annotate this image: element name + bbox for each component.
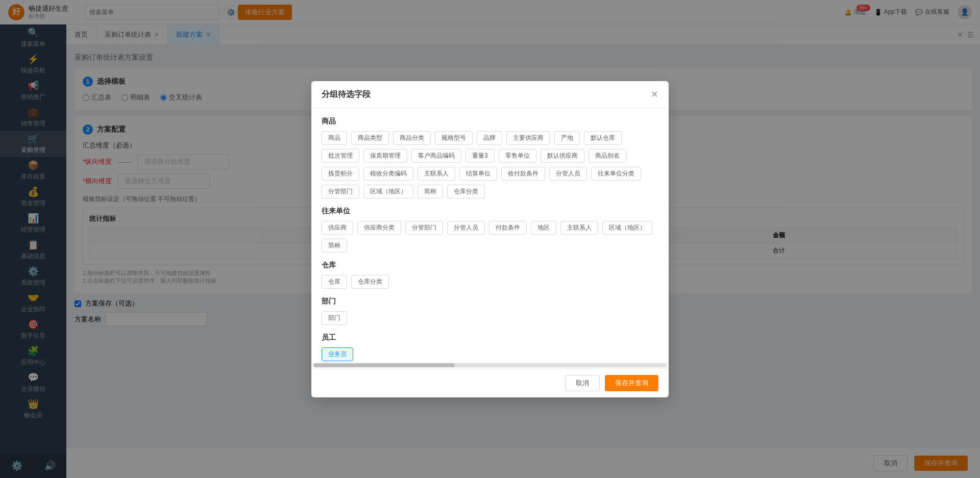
field-tag[interactable]: 收付款条件 <box>501 167 545 181</box>
field-tag[interactable]: 重量3 <box>465 149 495 163</box>
field-tag[interactable]: 商品分类 <box>393 131 431 145</box>
staff-fields: 业务员 <box>322 347 658 361</box>
modal-dialog: 分组待选字段 ✕ 商品 商品 商品类型 商品分类 规格型号 品牌 主要供应商 产… <box>311 81 669 397</box>
section-title-warehouse: 仓库 <box>322 261 658 270</box>
field-tag[interactable]: 税收分类编码 <box>363 167 413 181</box>
modal-close-button[interactable]: ✕ <box>651 90 658 99</box>
field-tag[interactable]: 分管部门 <box>322 185 359 198</box>
warehouse-fields: 仓库 仓库分类 <box>322 275 658 289</box>
field-tag[interactable]: 主联系人 <box>560 221 598 235</box>
field-tag[interactable]: 付款条件 <box>489 221 527 235</box>
field-tag[interactable]: 商品 <box>322 131 347 145</box>
product-fields: 商品 商品类型 商品分类 规格型号 品牌 主要供应商 产地 默认仓库 批次管理 … <box>322 131 658 198</box>
modal-title: 分组待选字段 <box>322 89 371 100</box>
field-tag[interactable]: 仓库 <box>322 275 347 289</box>
field-tag[interactable]: 区域（地区） <box>602 221 652 235</box>
field-tag[interactable]: 往来单位分类 <box>591 167 641 181</box>
field-tag[interactable]: 主要供应商 <box>506 131 550 145</box>
modal-body: 商品 商品 商品类型 商品分类 规格型号 品牌 主要供应商 产地 默认仓库 批次… <box>311 109 669 362</box>
modal-header: 分组待选字段 ✕ <box>311 81 669 109</box>
field-tag[interactable]: 商品别名 <box>589 149 626 163</box>
hscroll-thumb[interactable] <box>313 363 455 367</box>
field-tag[interactable]: 零售单位 <box>499 149 536 163</box>
modal-cancel-button[interactable]: 取消 <box>565 375 600 391</box>
modal-overlay: 分组待选字段 ✕ 商品 商品 商品类型 商品分类 规格型号 品牌 主要供应商 产… <box>0 0 980 478</box>
modal-hscroll-bar[interactable] <box>311 362 669 368</box>
field-tag[interactable]: 保质期管理 <box>363 149 407 163</box>
field-tag[interactable]: 区域（地区） <box>363 185 413 198</box>
field-tag[interactable]: 默认供应商 <box>541 149 584 163</box>
modal-footer: 取消 保存并查询 <box>311 368 669 397</box>
field-tag[interactable]: 仓库分类 <box>351 275 389 289</box>
field-tag[interactable]: 商品类型 <box>351 131 389 145</box>
field-tag[interactable]: 规格型号 <box>435 131 473 145</box>
field-tag[interactable]: 品牌 <box>477 131 502 145</box>
modal-confirm-button[interactable]: 保存并查询 <box>605 375 658 391</box>
partner-fields: 供应商 供应商分类 分管部门 分管人员 付款条件 地区 主联系人 区域（地区） … <box>322 221 658 253</box>
field-tag[interactable]: 分管人员 <box>447 221 485 235</box>
field-tag[interactable]: 分管人员 <box>549 167 587 181</box>
field-tag[interactable]: 供应商分类 <box>357 221 401 235</box>
field-tag[interactable]: 简称 <box>418 185 443 198</box>
field-tag[interactable]: 结算单位 <box>459 167 497 181</box>
section-title-dept: 部门 <box>322 297 658 306</box>
field-tag[interactable]: 简称 <box>322 239 347 253</box>
field-tag[interactable]: 分管部门 <box>405 221 443 235</box>
section-title-staff: 员工 <box>322 333 658 342</box>
field-tag[interactable]: 批次管理 <box>322 149 359 163</box>
field-tag[interactable]: 客户商品编码 <box>411 149 461 163</box>
section-title-product: 商品 <box>322 117 658 126</box>
field-tag[interactable]: 产地 <box>554 131 580 145</box>
field-tag-selected[interactable]: 业务员 <box>322 347 353 361</box>
field-tag[interactable]: 主联系人 <box>418 167 455 181</box>
field-tag[interactable]: 默认仓库 <box>584 131 622 145</box>
field-tag[interactable]: 供应商 <box>322 221 353 235</box>
field-tag[interactable]: 仓库分类 <box>447 185 485 198</box>
section-title-partner: 往来单位 <box>322 207 658 216</box>
field-tag[interactable]: 部门 <box>322 311 347 325</box>
field-tag[interactable]: 地区 <box>531 221 556 235</box>
field-tag[interactable]: 拣货积分 <box>322 167 359 181</box>
dept-fields: 部门 <box>322 311 658 325</box>
